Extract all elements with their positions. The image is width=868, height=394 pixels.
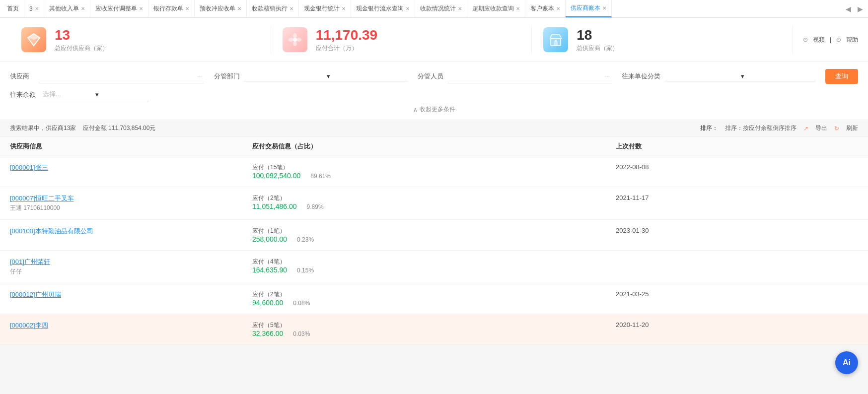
header-supplier: 供应商信息 <box>10 142 252 151</box>
category-chevron-down-icon: ▾ <box>741 72 812 80</box>
balance-label: 往来余额 <box>10 90 36 99</box>
tab-other-income-close[interactable]: ✕ <box>81 6 85 11</box>
table-row: [000007]恒旺二手叉车 王通 17106110000 应付（2笔） 11,… <box>0 187 868 220</box>
results-text2: 应付金额 111,703,854.00元 <box>83 125 156 131</box>
row1-supplier-link[interactable]: [000001]张三 <box>10 164 48 171</box>
diamond-icon <box>20 26 48 54</box>
row2-tx-label: 应付（2笔） <box>252 194 616 202</box>
row6-supplier-link[interactable]: [000002]李四 <box>10 322 48 329</box>
row2-tx-amount[interactable]: 11,051,486.00 <box>252 202 297 210</box>
tab-ap-adjust[interactable]: 应收应付调整单 ✕ <box>90 0 148 17</box>
tab-other-income[interactable]: 其他收入单 ✕ <box>44 0 90 17</box>
row6-tx-amount[interactable]: 32,366.00 <box>252 329 283 337</box>
tab-3-close[interactable]: ✕ <box>35 6 39 11</box>
export-button[interactable]: 导出 <box>815 124 827 132</box>
tab-3[interactable]: 3 ✕ <box>24 0 44 17</box>
refresh-button[interactable]: 刷新 <box>846 124 858 132</box>
header-transaction: 应付交易信息（占比） <box>252 142 616 151</box>
summary-card-total-suppliers: 18 总供应商（家） <box>532 26 793 54</box>
row3-tx-amount[interactable]: 258,000.00 <box>252 235 287 243</box>
tab-customer-account-label: 客户账本 <box>530 4 554 13</box>
tab-home[interactable]: 首页 <box>2 0 24 17</box>
row1-tx-label: 应付（15笔） <box>252 163 616 172</box>
tab-bank-deposit-close[interactable]: ✕ <box>185 6 189 11</box>
tab-supplier-account-label: 供应商账本 <box>571 4 600 12</box>
row4-tx-percent: 0.15% <box>297 267 314 274</box>
tab-advance-collect-close[interactable]: ✕ <box>237 6 241 11</box>
help-link[interactable]: 帮助 <box>846 36 858 44</box>
row3-supplier-link[interactable]: [000100]本特勤油品有限公司 <box>10 227 93 235</box>
tab-cash-bank-stat-close[interactable]: ✕ <box>342 6 346 11</box>
table-body: [000001]张三 应付（15笔） 100,092,540.00 89.61%… <box>0 156 868 345</box>
tab-collect-verify-close[interactable]: ✕ <box>289 6 293 11</box>
sort-select[interactable]: 排序：按应付余额倒序排序 <box>725 124 796 132</box>
row5-tx-label: 应付（2笔） <box>252 290 616 299</box>
supplier-input[interactable] <box>41 70 195 82</box>
row6-tx-label: 应付（5笔） <box>252 321 616 329</box>
nav-prev-arrow[interactable]: ◀ <box>842 0 854 17</box>
collapse-filter-button[interactable]: ∧ 收起更多条件 <box>413 105 455 114</box>
summary-section: 13 总应付供应商（家） 11,170.39 应付合计（万） <box>0 18 868 62</box>
row1-tx-amount[interactable]: 100,092,540.00 <box>252 172 300 180</box>
data-table: 供应商信息 应付交易信息（占比） 上次付数 [000001]张三 应付（15笔）… <box>0 137 868 345</box>
row5-tx-percent: 0.08% <box>293 300 310 307</box>
supplier-input-wrap[interactable]: ··· <box>39 69 204 83</box>
shop-icon <box>542 26 570 54</box>
summary-text-total-suppliers: 18 总供应商（家） <box>577 27 618 53</box>
row5-transaction-cell: 应付（2笔） 94,600.00 0.08% <box>252 290 616 307</box>
row5-supplier-link[interactable]: [000012]广州贝瑞 <box>10 291 61 298</box>
tab-customer-account-close[interactable]: ✕ <box>556 6 560 11</box>
row4-supplier-cell: [001]广州荣轩 仔仔 <box>10 258 252 276</box>
results-bar: 搜索结果中，供应商13家 应付金额 111,703,854.00元 排序： 排序… <box>0 120 868 137</box>
balance-select[interactable]: 选择... ▾ <box>40 89 149 100</box>
search-button[interactable]: 查询 <box>825 69 858 84</box>
row6-tx-percent: 0.03% <box>293 330 310 337</box>
tab-cash-bank-flow-close[interactable]: ✕ <box>406 6 410 11</box>
tab-supplier-account[interactable]: 供应商账本 ✕ <box>566 0 612 17</box>
tab-overdue-collect[interactable]: 超期应收款查询 ✕ <box>467 0 525 17</box>
tab-3-label: 3 <box>29 5 33 12</box>
tab-advance-collect[interactable]: 预收冲应收单 ✕ <box>195 0 247 17</box>
tab-bank-deposit-label: 银行存款单 <box>153 4 183 13</box>
row4-supplier-link[interactable]: [001]广州荣轩 <box>10 258 50 265</box>
tab-ap-adjust-close[interactable]: ✕ <box>139 6 143 11</box>
row4-supplier-sub: 仔仔 <box>10 267 252 276</box>
tab-cash-bank-flow[interactable]: 现金银行流水查询 ✕ <box>351 0 415 17</box>
tab-collect-verify[interactable]: 收款核销执行 ✕ <box>247 0 299 17</box>
summary-card-payable-suppliers: 13 总应付供应商（家） <box>10 26 271 54</box>
tab-collect-stat[interactable]: 收款情况统计 ✕ <box>415 0 467 17</box>
tab-cash-bank-stat[interactable]: 现金银行统计 ✕ <box>299 0 351 17</box>
dept-select[interactable]: ▾ <box>244 71 408 81</box>
nav-next-arrow[interactable]: ▶ <box>854 0 866 17</box>
tab-bank-deposit[interactable]: 银行存款单 ✕ <box>148 0 195 17</box>
tab-overdue-collect-close[interactable]: ✕ <box>516 6 520 11</box>
svg-rect-8 <box>554 41 558 46</box>
row5-last-payment-cell: 2021-03-25 <box>616 290 858 298</box>
row3-supplier-cell: [000100]本特勤油品有限公司 <box>10 227 252 236</box>
tab-other-income-label: 其他收入单 <box>49 4 79 13</box>
row5-tx-amount[interactable]: 94,600.00 <box>252 299 283 307</box>
flower-icon <box>281 26 309 54</box>
top-right-links: ⊙ 视频 | ⊙ 帮助 <box>793 36 858 44</box>
tab-collect-stat-close[interactable]: ✕ <box>458 6 462 11</box>
table-row: [000001]张三 应付（15笔） 100,092,540.00 89.61%… <box>0 156 868 187</box>
row4-tx-amount[interactable]: 164,635.90 <box>252 266 287 274</box>
balance-chevron-down-icon: ▾ <box>95 91 146 98</box>
tab-supplier-account-close[interactable]: ✕ <box>602 5 606 11</box>
row2-tx-percent: 9.89% <box>307 203 324 210</box>
tab-ap-adjust-label: 应收应付调整单 <box>95 4 137 13</box>
filter-supplier: 供应商 ··· <box>10 69 204 83</box>
video-link[interactable]: 视频 <box>813 36 825 44</box>
filter-person: 分管人员 ··· <box>418 69 612 83</box>
tab-customer-account[interactable]: 客户账本 ✕ <box>525 0 566 17</box>
svg-point-4 <box>293 41 297 46</box>
person-input[interactable] <box>449 70 603 82</box>
table-row: [000002]李四 应付（5笔） 32,366.00 0.03% 2020-1… <box>0 314 868 345</box>
category-select[interactable]: ▾ <box>664 71 816 81</box>
row1-supplier-cell: [000001]张三 <box>10 163 252 172</box>
row2-supplier-link[interactable]: [000007]恒旺二手叉车 <box>10 195 74 202</box>
row2-supplier-sub: 王通 17106110000 <box>10 204 252 212</box>
collapse-icon: ∧ <box>413 106 418 113</box>
row3-tx-percent: 0.23% <box>297 236 314 243</box>
person-input-wrap[interactable]: ··· <box>447 69 612 83</box>
